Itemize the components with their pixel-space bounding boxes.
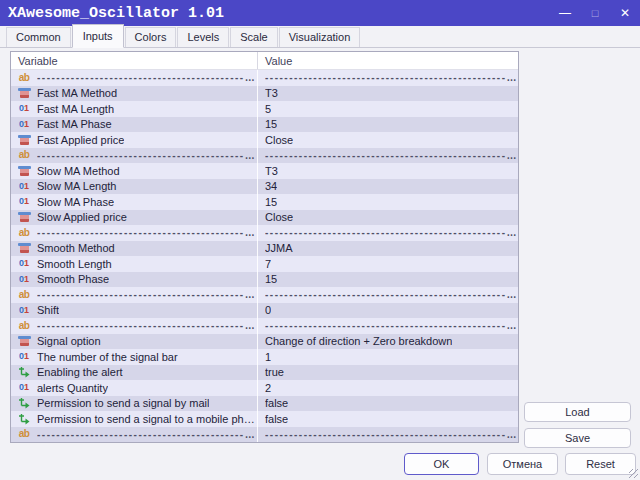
variable-cell: Fast Applied price [33, 132, 257, 148]
table-row[interactable]: 01Slow MA Length34 [11, 179, 518, 195]
variable-cell: ----------------------------------------… [33, 318, 257, 334]
variable-cell: Signal option [33, 334, 257, 350]
tab-common[interactable]: Common [6, 27, 71, 47]
value-cell[interactable]: Close [257, 210, 518, 226]
value-cell[interactable]: 7 [257, 256, 518, 272]
resize-grip[interactable] [629, 469, 638, 478]
value-cell[interactable]: false [257, 396, 518, 412]
load-button[interactable]: Load [524, 402, 631, 422]
title-bar: XAwesome_Oscillator 1.01 — □ ✕ [0, 0, 640, 26]
value-cell[interactable]: T3 [257, 86, 518, 102]
value-cell[interactable]: 5 [257, 101, 518, 117]
ok-button[interactable]: OK [404, 453, 479, 475]
table-rows: ab--------------------------------------… [11, 70, 518, 442]
tab-colors[interactable]: Colors [125, 27, 177, 47]
table-row[interactable]: 01The number of the signal bar1 [11, 349, 518, 365]
table-row[interactable]: 01Slow MA Phase15 [11, 194, 518, 210]
list-icon [15, 86, 33, 102]
value-cell[interactable]: 0 [257, 303, 518, 319]
value-cell[interactable]: Close [257, 132, 518, 148]
variable-cell: ----------------------------------------… [33, 225, 257, 241]
number-01-icon: 01 [15, 303, 33, 319]
variable-cell: Slow MA Phase [33, 194, 257, 210]
value-cell[interactable]: 1 [257, 349, 518, 365]
table-row[interactable]: ab--------------------------------------… [11, 427, 518, 443]
value-cell[interactable]: ----------------------------------------… [257, 70, 518, 86]
minimize-icon[interactable]: — [550, 0, 580, 26]
table-row[interactable]: ab--------------------------------------… [11, 70, 518, 86]
number-01-icon: 01 [15, 272, 33, 288]
value-cell[interactable]: 15 [257, 117, 518, 133]
value-cell[interactable]: ----------------------------------------… [257, 148, 518, 164]
table-row[interactable]: Slow Applied priceClose [11, 210, 518, 226]
table-row[interactable]: Slow MA MethodT3 [11, 163, 518, 179]
value-cell[interactable]: ----------------------------------------… [257, 427, 518, 443]
table-row[interactable]: Smooth MethodJJMA [11, 241, 518, 257]
value-cell[interactable]: true [257, 365, 518, 381]
number-01-icon: 01 [15, 256, 33, 272]
table-row[interactable]: 01Shift0 [11, 303, 518, 319]
variable-cell: Slow MA Length [33, 179, 257, 195]
variable-cell: Smooth Length [33, 256, 257, 272]
table-header: Variable Value [11, 52, 518, 70]
table-row[interactable]: Permission to send a signal to a mobile … [11, 411, 518, 427]
variable-cell: Permission to send a signal to a mobile … [33, 411, 257, 427]
value-cell[interactable]: ----------------------------------------… [257, 318, 518, 334]
save-button[interactable]: Save [524, 428, 631, 448]
variable-cell: Fast MA Method [33, 86, 257, 102]
number-01-icon: 01 [15, 117, 33, 133]
list-icon [15, 241, 33, 257]
column-header-value: Value [257, 52, 518, 69]
close-icon[interactable]: ✕ [610, 0, 640, 26]
value-cell[interactable]: 34 [257, 179, 518, 195]
value-cell[interactable]: 15 [257, 194, 518, 210]
table-row[interactable]: Fast MA MethodT3 [11, 86, 518, 102]
value-cell[interactable]: JJMA [257, 241, 518, 257]
value-cell[interactable]: false [257, 411, 518, 427]
table-row[interactable]: Enabling the alerttrue [11, 365, 518, 381]
table-row[interactable]: ab--------------------------------------… [11, 148, 518, 164]
table-row[interactable]: ab--------------------------------------… [11, 287, 518, 303]
column-header-variable: Variable [11, 52, 257, 69]
list-icon [15, 163, 33, 179]
table-row[interactable]: Permission to send a signal by mailfalse [11, 396, 518, 412]
table-row[interactable]: 01alerts Quantity2 [11, 380, 518, 396]
table-row[interactable]: Signal optionChange of direction + Zero … [11, 334, 518, 350]
maximize-icon[interactable]: □ [580, 0, 610, 26]
table-row[interactable]: 01Smooth Length7 [11, 256, 518, 272]
branch-arrow-icon [15, 365, 33, 381]
value-cell[interactable]: 2 [257, 380, 518, 396]
variable-cell: Slow Applied price [33, 210, 257, 226]
table-row[interactable]: 01Smooth Phase15 [11, 272, 518, 288]
value-cell[interactable]: T3 [257, 163, 518, 179]
string-ab-icon: ab [15, 318, 33, 334]
number-01-icon: 01 [15, 194, 33, 210]
tab-scale[interactable]: Scale [230, 27, 278, 47]
tab-levels[interactable]: Levels [177, 27, 229, 47]
window-title: XAwesome_Oscillator 1.01 [0, 5, 224, 22]
string-ab-icon: ab [15, 225, 33, 241]
table-row[interactable]: 01Fast MA Length5 [11, 101, 518, 117]
value-cell[interactable]: 15 [257, 272, 518, 288]
variable-cell: ----------------------------------------… [33, 287, 257, 303]
value-cell[interactable]: Change of direction + Zero breakdown [257, 334, 518, 350]
list-icon [15, 334, 33, 350]
table-row[interactable]: ab--------------------------------------… [11, 318, 518, 334]
variable-cell: Smooth Phase [33, 272, 257, 288]
string-ab-icon: ab [15, 148, 33, 164]
reset-button[interactable]: Reset [565, 453, 636, 475]
variable-cell: Enabling the alert [33, 365, 257, 381]
number-01-icon: 01 [15, 380, 33, 396]
table-row[interactable]: 01Fast MA Phase15 [11, 117, 518, 133]
table-row[interactable]: ab--------------------------------------… [11, 225, 518, 241]
value-cell[interactable]: ----------------------------------------… [257, 287, 518, 303]
tab-inputs[interactable]: Inputs [72, 24, 124, 48]
variable-cell: Shift [33, 303, 257, 319]
table-row[interactable]: Fast Applied priceClose [11, 132, 518, 148]
dialog-content: Variable Value ab-----------------------… [0, 48, 640, 480]
string-ab-icon: ab [15, 70, 33, 86]
value-cell[interactable]: ----------------------------------------… [257, 225, 518, 241]
variable-cell: ----------------------------------------… [33, 148, 257, 164]
cancel-button[interactable]: Отмена [487, 453, 558, 475]
tab-visualization[interactable]: Visualization [279, 27, 361, 47]
